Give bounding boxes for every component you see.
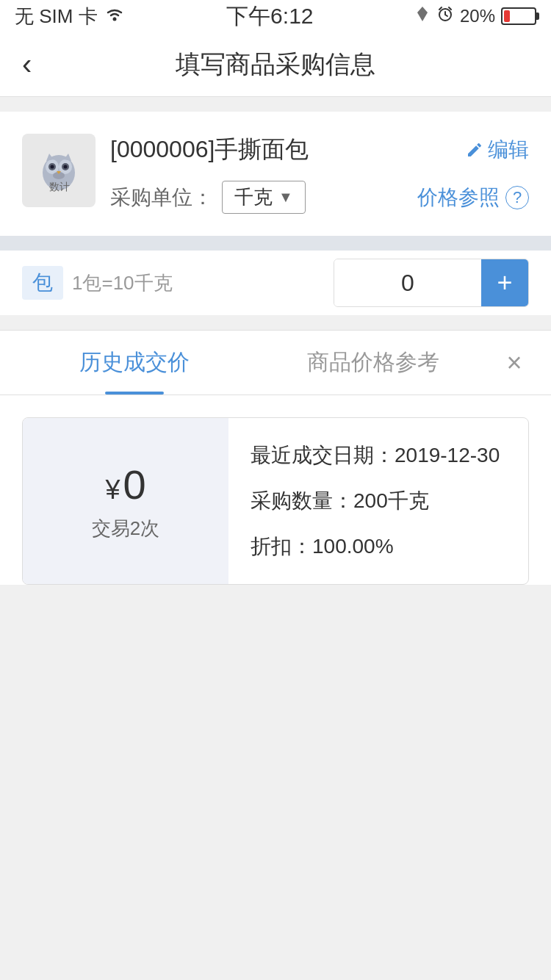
tab-product-price-ref[interactable]: 商品价格参考 (253, 331, 492, 394)
product-name: [0000006]手撕面包 (110, 134, 309, 166)
battery-percentage: 20% (460, 6, 495, 26)
price-card: ¥0 交易2次 最近成交日期：2019-12-30 采购数量：200千克 折扣：… (22, 417, 529, 585)
price-reference-button[interactable]: 价格参照 ? (417, 184, 529, 212)
currency-symbol: ¥ (105, 475, 120, 505)
unit-value: 千克 (234, 184, 273, 210)
quantity-row-detail: 采购数量：200千克 (251, 486, 506, 516)
price-trades: 交易2次 (92, 516, 159, 541)
price-amount: ¥0 (105, 461, 145, 508)
main-content (0, 607, 551, 980)
price-ref-label: 价格参照 (417, 184, 500, 212)
quantity-input-group: + (334, 259, 529, 307)
unit-label: 采购单位： 千克 ▼ (110, 181, 306, 214)
battery-icon (501, 7, 536, 25)
product-thumbnail: 数计 (22, 134, 96, 207)
quantity-detail-label: 采购数量： (251, 489, 353, 512)
discount-value: 100.00% (312, 535, 394, 558)
product-details: [0000006]手撕面包 编辑 采购单位： 千克 ▼ 价格参照 ? (110, 134, 529, 214)
section-divider (0, 236, 551, 251)
carrier-text: 无 SIM 卡 (15, 4, 98, 29)
recent-date-label: 最近成交日期： (251, 444, 395, 466)
quantity-row: 包 1包=10千克 + (0, 251, 551, 315)
status-left: 无 SIM 卡 (15, 4, 126, 29)
discount-label: 折扣： (251, 535, 312, 558)
tab-close-button[interactable]: × (492, 341, 536, 385)
product-card: 数计 [0000006]手撕面包 编辑 采购单位： 千克 ▼ (0, 112, 551, 236)
product-logo: 数计 (29, 141, 88, 200)
back-button[interactable]: ‹ (15, 40, 39, 88)
tab-history-label: 历史成交价 (79, 347, 190, 378)
discount-row: 折扣：100.00% (251, 531, 506, 562)
tab-product-price-label: 商品价格参考 (307, 347, 439, 378)
edit-button[interactable]: 编辑 (466, 136, 529, 164)
unit-conversion-text: 1包=10千克 (72, 270, 173, 296)
product-title: 手撕面包 (215, 136, 309, 162)
svg-point-0 (112, 17, 116, 21)
edit-label: 编辑 (488, 136, 529, 164)
tab-history-price[interactable]: 历史成交价 (15, 331, 253, 394)
status-time: 下午6:12 (226, 1, 313, 32)
location-icon (414, 5, 431, 27)
price-value: 0 (123, 461, 145, 508)
svg-text:数计: 数计 (49, 181, 70, 192)
product-name-row: [0000006]手撕面包 编辑 (110, 134, 529, 166)
product-unit-row: 采购单位： 千克 ▼ 价格参照 ? (110, 181, 529, 214)
unit-arrow-icon: ▼ (278, 189, 293, 206)
price-details: 最近成交日期：2019-12-30 采购数量：200千克 折扣：100.00% (228, 418, 528, 584)
quantity-detail-value: 200千克 (353, 489, 429, 512)
unit-prefix: 采购单位： (110, 184, 213, 212)
unit-info: 包 1包=10千克 (22, 266, 334, 300)
page-title: 填写商品采购信息 (176, 48, 375, 82)
unit-badge-blue: 包 (22, 266, 63, 300)
svg-point-7 (51, 165, 54, 169)
help-icon: ? (505, 186, 529, 209)
recent-date-value: 2019-12-30 (395, 444, 500, 466)
unit-selector[interactable]: 千克 ▼ (222, 181, 306, 214)
recent-date-row: 最近成交日期：2019-12-30 (251, 440, 506, 471)
quantity-input[interactable] (334, 259, 481, 306)
nav-bar: ‹ 填写商品采购信息 (0, 32, 551, 97)
quantity-plus-button[interactable]: + (481, 259, 528, 306)
status-bar: 无 SIM 卡 下午6:12 20% (0, 0, 551, 32)
tab-active-indicator (105, 392, 164, 394)
bottom-panel: 历史成交价 商品价格参考 × ¥0 交易2次 最近成交日期：2019-12-30… (0, 330, 551, 585)
price-summary: ¥0 交易2次 (23, 418, 228, 584)
status-right: 20% (414, 5, 536, 27)
alarm-icon (436, 5, 454, 27)
svg-point-8 (64, 165, 68, 169)
product-id: [0000006] (110, 136, 215, 162)
wifi-icon (104, 5, 126, 28)
tab-bar: 历史成交价 商品价格参考 × (0, 331, 551, 395)
